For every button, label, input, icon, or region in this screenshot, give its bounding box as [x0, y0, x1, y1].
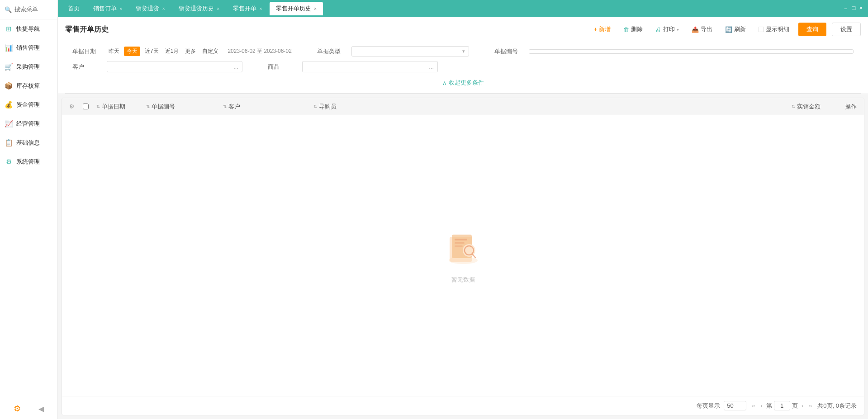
sort-icon-amount[interactable]: ⇅ — [792, 104, 795, 109]
sidebar-item-sales-mgmt[interactable]: 📊 销售管理 — [0, 38, 57, 57]
toolbar: + 新增 🗑 删除 🖨 打印 ▾ 📤 导出 — [590, 23, 861, 36]
column-settings-icon[interactable]: ⚙ — [69, 103, 75, 110]
th-amount: ⇅ 实销金额 — [779, 103, 824, 111]
main-area: 首页 销售订单 × 销货退货 × 销货退货历史 × 零售开单 × 零售开单历史 … — [58, 0, 868, 419]
date-opt-today[interactable]: 今天 — [124, 47, 140, 56]
prev-page-button[interactable]: ‹ — [759, 401, 764, 410]
tab-retail-history-close[interactable]: × — [314, 6, 317, 11]
product-input[interactable]: ... — [302, 61, 438, 72]
minimize-button[interactable]: － — [843, 5, 849, 13]
tab-retail-open-label: 零售开单 — [233, 5, 256, 13]
delete-button[interactable]: 🗑 删除 — [620, 24, 646, 35]
order-num-input[interactable] — [529, 49, 854, 54]
sort-icon-date[interactable]: ⇅ — [96, 104, 100, 109]
settings-bottom-icon[interactable]: ⚙ — [14, 404, 21, 414]
sidebar-item-finance[interactable]: 💰 资金管理 — [0, 95, 57, 114]
filter-area: 单据日期 昨天 今天 近7天 近1月 更多 自定义 2023-06-02 至 2… — [65, 42, 861, 94]
customer-label: 客户 — [72, 63, 100, 71]
tab-retail-history[interactable]: 零售开单历史 × — [270, 2, 323, 15]
sidebar-item-label: 经营管理 — [16, 120, 40, 128]
tab-home[interactable]: 首页 — [62, 2, 86, 15]
collapse-sidebar-icon[interactable]: ◀ — [38, 405, 44, 413]
tab-sales-return-history-close[interactable]: × — [217, 6, 219, 11]
print-button[interactable]: 🖨 打印 ▾ — [652, 24, 683, 35]
tab-retail-open[interactable]: 零售开单 × — [227, 2, 268, 15]
order-num-label: 单据编号 — [494, 47, 522, 56]
sidebar-item-label: 系统管理 — [16, 158, 40, 166]
sidebar-item-operations[interactable]: 📈 经营管理 — [0, 114, 57, 133]
select-all-checkbox[interactable] — [83, 104, 89, 109]
next-page-button[interactable]: › — [800, 401, 805, 410]
tab-retail-open-close[interactable]: × — [259, 6, 262, 11]
th-settings[interactable]: ⚙ — [66, 103, 79, 110]
th-checkbox[interactable] — [79, 104, 93, 109]
per-page-select[interactable]: 50 10 20 100 — [724, 401, 746, 410]
total-text: 共0页, 0条记录 — [817, 402, 857, 410]
tab-sales-return-history[interactable]: 销货退货历史 × — [172, 2, 226, 15]
tab-sales-return-close[interactable]: × — [162, 6, 165, 11]
sales-mgmt-icon: 📊 — [5, 44, 13, 52]
sidebar-item-quick-nav[interactable]: ⊞ 快捷导航 — [0, 19, 57, 38]
type-select[interactable]: ▾ — [351, 46, 469, 56]
sidebar-item-sys-mgmt[interactable]: ⚙ 系统管理 — [0, 152, 57, 171]
display-label: 显示明细 — [766, 25, 789, 33]
page-title-row: 零售开单历史 + 新增 🗑 删除 🖨 打印 ▾ 📤 — [65, 23, 861, 36]
table-header: ⚙ ⇅ 单据日期 ⇅ 单据编号 ⇅ 客户 ⇅ — [62, 98, 864, 115]
export-icon: 📤 — [692, 26, 699, 33]
close-button[interactable]: × — [859, 5, 863, 13]
last-page-button[interactable]: » — [807, 401, 814, 410]
customer-input[interactable]: ... — [107, 61, 242, 72]
th-amount-label: 实销金额 — [797, 103, 821, 111]
date-options: 昨天 今天 近7天 近1月 更多 自定义 — [107, 47, 220, 56]
type-select-arrow: ▾ — [462, 48, 465, 54]
purchase-mgmt-icon: 🛒 — [5, 63, 13, 71]
date-range: 2023-06-02 至 2023-06-02 — [228, 47, 291, 55]
export-button[interactable]: 📤 导出 — [688, 24, 716, 35]
first-page-button[interactable]: « — [750, 401, 757, 410]
maximize-button[interactable]: □ — [852, 5, 856, 13]
print-icon: 🖨 — [655, 26, 661, 33]
sidebar-item-inventory[interactable]: 📦 库存核算 — [0, 76, 57, 95]
sidebar-item-label: 资金管理 — [16, 101, 40, 109]
date-opt-1month[interactable]: 近1月 — [163, 47, 181, 56]
customer-dots: ... — [233, 63, 238, 70]
date-opt-7days[interactable]: 近7天 — [143, 47, 161, 56]
sort-icon-customer[interactable]: ⇅ — [223, 104, 227, 109]
th-action: 操作 — [824, 103, 860, 111]
delete-label: 删除 — [631, 25, 643, 33]
sort-icon-guide[interactable]: ⇅ — [313, 104, 317, 109]
sidebar-item-basic-info[interactable]: 📋 基础信息 — [0, 133, 57, 152]
th-customer: ⇅ 客户 — [219, 103, 310, 111]
tab-sales-order[interactable]: 销售订单 × — [87, 2, 128, 15]
query-button[interactable]: 查询 — [798, 23, 826, 36]
sort-icon-num[interactable]: ⇅ — [146, 104, 150, 109]
filter-row-2: 客户 ... 商品 ... — [72, 61, 854, 72]
sidebar-item-purchase-mgmt[interactable]: 🛒 采购管理 — [0, 57, 57, 76]
th-guide: ⇅ 导购员 — [310, 103, 364, 111]
empty-state: 暂无数据 — [62, 115, 864, 396]
tab-sales-order-close[interactable]: × — [119, 6, 122, 11]
page-label: 页 — [792, 402, 798, 410]
pagination: 每页显示 50 10 20 100 « ‹ 第 页 › » 共0页, 0条记录 — [62, 396, 864, 415]
sys-mgmt-icon: ⚙ — [5, 158, 13, 166]
tab-sales-return-history-label: 销货退货历史 — [179, 5, 214, 13]
setting-button[interactable]: 设置 — [832, 23, 861, 36]
sidebar-search[interactable]: 🔍 搜索采单 — [0, 0, 57, 19]
finance-icon: 💰 — [5, 101, 13, 109]
refresh-label: 刷新 — [734, 25, 746, 33]
print-dropdown-icon: ▾ — [677, 27, 679, 32]
collapse-filter-button[interactable]: ∧ 收起更多条件 — [72, 77, 854, 89]
filter-row-1: 单据日期 昨天 今天 近7天 近1月 更多 自定义 2023-06-02 至 2… — [72, 46, 854, 56]
page-label-pre: 第 — [766, 402, 772, 410]
date-opt-yesterday[interactable]: 昨天 — [107, 47, 121, 56]
display-detail-button[interactable]: 显示明细 — [755, 24, 793, 35]
refresh-button[interactable]: 🔄 刷新 — [721, 24, 749, 35]
date-opt-more[interactable]: 更多 — [183, 47, 198, 56]
date-opt-custom[interactable]: 自定义 — [200, 47, 220, 56]
tab-sales-return-label: 销货退货 — [136, 5, 159, 13]
new-button[interactable]: + 新增 — [590, 24, 614, 35]
page-title: 零售开单历史 — [65, 25, 109, 34]
current-page-input[interactable] — [774, 401, 790, 410]
th-num: ⇅ 单据编号 — [142, 103, 219, 111]
tab-sales-return[interactable]: 销货退货 × — [129, 2, 171, 15]
